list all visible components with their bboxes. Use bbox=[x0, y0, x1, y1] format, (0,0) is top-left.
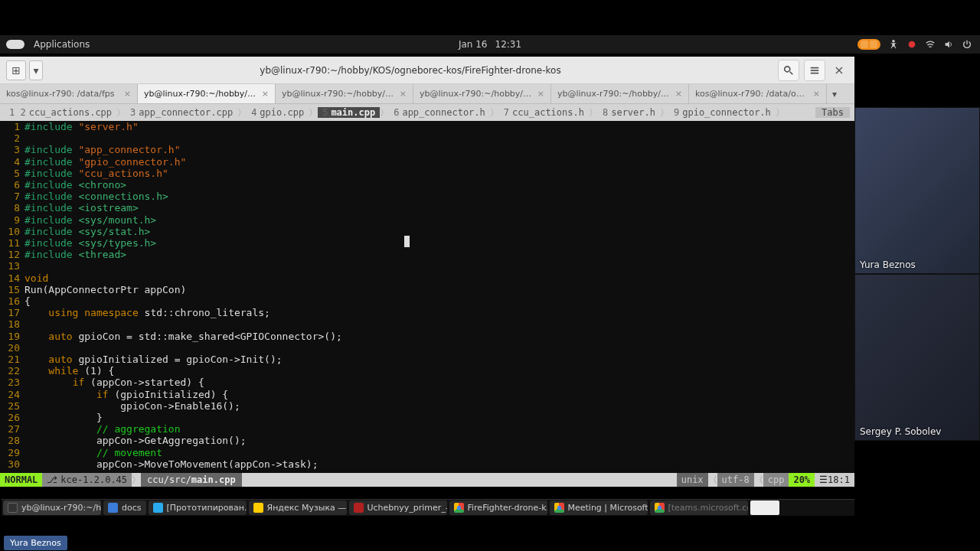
code-line: 13 bbox=[0, 260, 854, 272]
fileformat: unix bbox=[677, 473, 708, 487]
taskbar-item[interactable]: Meeting | Microsoft ... bbox=[550, 500, 648, 515]
code-line: 25 gpioCon->Enable16(); bbox=[0, 400, 854, 412]
volume-icon[interactable] bbox=[943, 39, 954, 50]
tab-menu-button[interactable]: ▾ bbox=[29, 60, 43, 80]
applications-menu[interactable]: Applications bbox=[34, 39, 90, 50]
code-line: 15Run(AppConnectorPtr appCon) bbox=[0, 284, 854, 295]
code-line: 12#include <thread> bbox=[0, 249, 854, 260]
terminal-tab[interactable]: kos@linux-r790: /data/ogn...× bbox=[689, 84, 827, 103]
taskbar-item[interactable]: Яндекс Музыка — с... bbox=[249, 500, 347, 515]
code-line: 1#include "server.h" bbox=[0, 121, 854, 132]
buffer-tab[interactable]: 1 2ccu_actions.cpp bbox=[5, 107, 116, 118]
code-line: 27 // aggregation bbox=[0, 423, 854, 435]
code-line: 22 while (1) { bbox=[0, 365, 854, 377]
active-speaker-chip: Yura Beznos bbox=[4, 536, 67, 550]
code-line: 17 using namespace std::chrono_literals; bbox=[0, 307, 854, 318]
code-line: 19 auto gpioCon = std::make_shared<GPIOC… bbox=[0, 331, 854, 342]
svg-point-2 bbox=[785, 66, 790, 71]
activities-toggle[interactable] bbox=[6, 40, 24, 49]
taskbar-item[interactable]: yb@linux-r790:~/ho... bbox=[3, 500, 101, 515]
window-title: yb@linux-r790:~/hobby/KOS/ogneborec-kos/… bbox=[43, 65, 778, 76]
new-tab-button[interactable]: ⊞ bbox=[6, 60, 26, 80]
close-tab-icon[interactable]: × bbox=[124, 89, 131, 99]
code-line: 7#include <connections.h> bbox=[0, 191, 854, 202]
taskbar-item[interactable]: docs bbox=[103, 500, 146, 515]
taskbar-item[interactable]: [teams.microsoft.co... bbox=[650, 500, 748, 515]
close-button[interactable]: × bbox=[830, 61, 848, 80]
buffer-tab[interactable]: 6app_connector.h bbox=[389, 107, 490, 118]
file-path: ccu/src/main.cpp bbox=[141, 473, 242, 487]
close-tab-icon[interactable]: × bbox=[400, 89, 407, 99]
code-line: 4#include "gpio_connector.h" bbox=[0, 156, 854, 168]
terminal-tab-bar: kos@linux-r790: /data/fps×yb@linux-r790:… bbox=[0, 84, 854, 104]
code-line: 29 // movement bbox=[0, 447, 854, 458]
keyboard-layout[interactable] bbox=[750, 500, 779, 515]
code-line: 10#include <sys/stat.h> bbox=[0, 226, 854, 237]
code-line: 9#include <sys/mount.h> bbox=[0, 214, 854, 226]
editor-pane[interactable]: 1#include "server.h"23#include "app_conn… bbox=[0, 121, 854, 473]
buffer-strip: 1 2ccu_actions.cpp〉3app_connector.cpp〉4g… bbox=[0, 104, 854, 121]
scroll-percent: 20% bbox=[789, 473, 815, 487]
code-line: 8#include <iostream> bbox=[0, 202, 854, 214]
gnome-topbar: Applications Jan 16 12:31 bbox=[0, 35, 980, 54]
code-line: 30 appCon->MoveToMovement(appCon->task); bbox=[0, 458, 854, 470]
taskbar-item[interactable]: Uchebnyy_primer_-... bbox=[349, 500, 447, 515]
app-indicator[interactable] bbox=[858, 39, 880, 50]
code-line: 16{ bbox=[0, 295, 854, 307]
terminal-tab[interactable]: yb@linux-r790:~/hobby/KOS× bbox=[551, 84, 689, 103]
buffer-tab[interactable]: 4gpio.cpp bbox=[247, 107, 309, 118]
record-icon[interactable] bbox=[906, 39, 917, 50]
vim-statusline: NORMAL ⎇ kce-1.2.0.45 〉 ccu/src/main.cpp… bbox=[0, 473, 854, 487]
buffer-tab[interactable]: 8server.h bbox=[598, 107, 660, 118]
wifi-icon[interactable] bbox=[925, 39, 936, 50]
mode-indicator: NORMAL bbox=[0, 473, 42, 487]
participant-name: Yura Beznos bbox=[860, 259, 916, 270]
svg-point-0 bbox=[892, 40, 895, 43]
buffer-tab[interactable]: 5main.cpp bbox=[318, 107, 380, 118]
code-line: 20 bbox=[0, 342, 854, 354]
terminal-tab[interactable]: yb@linux-r790:~/hobby/KO...× bbox=[138, 84, 276, 103]
tabs-label[interactable]: Tabs bbox=[815, 107, 850, 118]
clock[interactable]: Jan 16 12:31 bbox=[459, 39, 521, 50]
taskbar: yb@linux-r790:~/ho...docs[Прототипирован… bbox=[2, 499, 854, 516]
close-tab-icon[interactable]: × bbox=[675, 89, 682, 99]
close-tab-icon[interactable]: × bbox=[537, 89, 544, 99]
close-tab-icon[interactable]: × bbox=[262, 89, 269, 99]
cursor-position: ☰ 18:1 bbox=[815, 473, 854, 487]
svg-point-1 bbox=[909, 41, 916, 48]
code-line: 18 bbox=[0, 318, 854, 330]
code-line: 6#include <chrono> bbox=[0, 179, 854, 191]
branch-icon: ⎇ bbox=[47, 474, 57, 485]
text-cursor bbox=[404, 236, 410, 247]
power-icon[interactable] bbox=[962, 39, 972, 50]
terminal-tab[interactable]: kos@linux-r790: /data/fps× bbox=[0, 84, 138, 103]
terminal-tab[interactable]: yb@linux-r790:~/hobby/KO...× bbox=[413, 84, 551, 103]
tab-overflow-button[interactable]: ▾ bbox=[827, 84, 842, 103]
code-line: 5#include "ccu_actions.h" bbox=[0, 168, 854, 179]
code-line: 2 bbox=[0, 132, 854, 144]
terminal-tab[interactable]: yb@linux-r790:~/hobby/KO...× bbox=[276, 84, 413, 103]
window-titlebar: ⊞ ▾ yb@linux-r790:~/hobby/KOS/ogneborec-… bbox=[0, 57, 854, 84]
terminal-window: ⊞ ▾ yb@linux-r790:~/hobby/KOS/ogneborec-… bbox=[0, 57, 854, 487]
code-line: 26 } bbox=[0, 412, 854, 423]
code-line: 28 appCon->GetAggregation(); bbox=[0, 435, 854, 446]
encoding: utf-8 bbox=[717, 473, 754, 487]
video-participant-2[interactable]: Sergey P. Sobolev bbox=[854, 274, 980, 441]
buffer-tab[interactable]: 7ccu_actions.h bbox=[499, 107, 589, 118]
filetype: cpp bbox=[763, 473, 789, 487]
taskbar-item[interactable]: [Прототипирован... bbox=[149, 500, 247, 515]
code-line: 11#include <sys/types.h> bbox=[0, 237, 854, 249]
taskbar-item[interactable]: FireFighter-drone-k... bbox=[449, 500, 547, 515]
close-tab-icon[interactable]: × bbox=[813, 89, 820, 99]
accessibility-icon[interactable] bbox=[888, 39, 899, 50]
search-button[interactable] bbox=[778, 60, 799, 81]
code-line: 3#include "app_connector.h" bbox=[0, 144, 854, 155]
menu-button[interactable] bbox=[804, 60, 825, 81]
branch-indicator: ⎇ kce-1.2.0.45 bbox=[42, 473, 132, 487]
code-line: 24 if (gpioInitialized) { bbox=[0, 389, 854, 400]
buffer-tab[interactable]: 9gpio_connector.h bbox=[669, 107, 776, 118]
participant-name: Sergey P. Sobolev bbox=[860, 426, 941, 437]
code-line: 23 if (appCon->started) { bbox=[0, 377, 854, 388]
video-participant-1[interactable]: Yura Beznos bbox=[854, 107, 980, 274]
buffer-tab[interactable]: 3app_connector.cpp bbox=[126, 107, 237, 118]
